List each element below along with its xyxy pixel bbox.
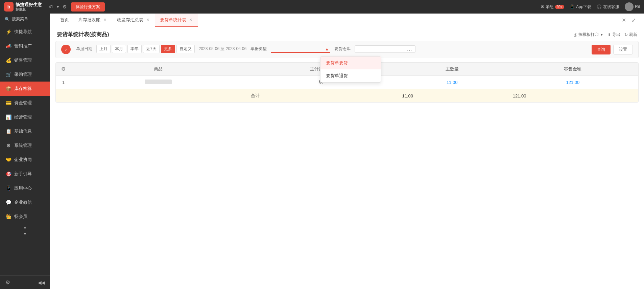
tab-home[interactable]: 首页	[55, 14, 74, 27]
settings-btn[interactable]: 设置	[613, 45, 633, 54]
sidebar-label-purchase: 采购管理	[14, 71, 32, 77]
tab-count-arrow[interactable]: ▼	[56, 4, 60, 9]
date-btn-7days[interactable]: 近7天	[143, 45, 160, 53]
date-btn-this-month[interactable]: 本月	[112, 45, 126, 53]
refresh-btn[interactable]: ↻ 刷新	[624, 32, 637, 38]
sidebar-icon-operations: 📊	[5, 114, 11, 120]
sidebar-item-finance[interactable]: 💳 资金管理	[0, 96, 50, 110]
print-icon: 🖨	[573, 32, 577, 37]
tab-requisition_stat[interactable]: 要货单统计表✕	[155, 14, 198, 27]
row-num: 1	[56, 76, 71, 89]
quantity-link[interactable]: 11.00	[447, 80, 458, 85]
tab-label-receive_summary: 收发存汇总表	[117, 17, 143, 23]
type-label: 单据类型	[251, 46, 267, 52]
query-btn[interactable]: 查询	[592, 45, 611, 54]
page-title: 要货单统计表(按商品)	[57, 31, 109, 38]
tab-close-all-icon[interactable]: ✕	[619, 16, 629, 25]
col-product-header: 商品	[71, 63, 245, 76]
filter-expand-btn[interactable]: ›	[61, 45, 71, 54]
date-btn-last-month[interactable]: 上月	[96, 45, 111, 53]
amount-link[interactable]: 121.00	[566, 80, 579, 85]
col-settings-icon[interactable]: ⚙	[61, 66, 66, 72]
print-btn[interactable]: 🖨 按模板打印 ▼	[573, 32, 603, 38]
message-icon: ✉	[541, 4, 544, 9]
export-icon: ⬆	[607, 32, 611, 37]
sidebar-item-member[interactable]: 👑 畅会员	[0, 209, 50, 224]
sidebar-label-basic: 基础信息	[14, 128, 32, 134]
tab-inventory_batch[interactable]: 库存批次账✕	[74, 14, 112, 27]
sidebar-icon-basic: 📋	[5, 128, 11, 134]
top-bar: b 畅捷通好生意 标准版 41 ▼ ⚙ 体验行业方案 ✉ 消息 99+ 📱 Ap…	[0, 0, 644, 14]
sidebar-item-enterprise[interactable]: 🤝 企业协同	[0, 153, 50, 167]
sidebar-item-guide[interactable]: 🎯 新手引导	[0, 167, 50, 181]
sidebar-icon-purchase: 🛒	[5, 71, 11, 77]
sidebar-label-wechat: 企业微信	[14, 199, 32, 205]
type-input[interactable]	[271, 45, 330, 53]
sidebar-label-sales: 销售管理	[14, 57, 32, 63]
user-name: Rit	[635, 4, 640, 9]
industry-btn[interactable]: 体验行业方案	[71, 2, 105, 12]
sidebar-item-wechat[interactable]: 💬 企业微信	[0, 195, 50, 209]
sidebar-item-marketing[interactable]: 📣 营销推广	[0, 39, 50, 53]
filter-row: 单据日期 上月 本月 本年 近7天 更多 自定义 2023-05-06 至 20…	[76, 45, 583, 53]
row-product	[71, 76, 245, 89]
sidebar-icon-system: ⚙	[5, 142, 11, 149]
tab-expand-icon[interactable]: ⤢	[629, 16, 639, 25]
tab-close-receive_summary[interactable]: ✕	[145, 17, 150, 22]
sidebar-item-operations[interactable]: 📊 经营管理	[0, 110, 50, 124]
sidebar-item-inventory[interactable]: 📦 库存核算	[0, 82, 50, 96]
message-label: 消息	[546, 4, 554, 10]
sidebar-bottom: ⚙ ◀◀	[0, 275, 50, 289]
filter-bar: › 单据日期 上月 本月 本年 近7天 更多 自定义 2023-05-06 至 …	[55, 41, 639, 58]
sidebar-scroll-down[interactable]: ▼	[0, 230, 50, 237]
warehouse-ellipsis-btn[interactable]: …	[405, 45, 414, 53]
date-btn-this-year[interactable]: 本年	[127, 45, 142, 53]
sidebar-item-system[interactable]: ⚙ 系统管理	[0, 138, 50, 153]
filter-actions: 查询 设置	[592, 45, 633, 54]
sidebar-search[interactable]: 🔍 搜索菜单	[0, 14, 50, 25]
dropdown-item-return[interactable]: 要货单退货	[320, 69, 381, 82]
tab-receive_summary[interactable]: 收发存汇总表✕	[112, 14, 155, 27]
sidebar-icon-finance: 💳	[5, 100, 11, 106]
row-quantity: 11.00	[397, 76, 507, 89]
top-bar-right: ✉ 消息 99+ 📱 App下载 🎧 在线客服 Rit	[541, 2, 640, 11]
sidebar-item-sales[interactable]: 💰 销售管理	[0, 53, 50, 67]
service-label: 在线客服	[603, 4, 619, 10]
user-btn[interactable]: Rit	[625, 2, 640, 11]
sidebar-item-apps[interactable]: 📱 应用中心	[0, 181, 50, 195]
sidebar-icon-enterprise: 🤝	[5, 157, 11, 163]
date-btn-custom[interactable]: 自定义	[176, 45, 195, 53]
scroll-up-icon: ▲	[23, 225, 27, 229]
export-btn[interactable]: ⬆ 导出	[607, 32, 620, 38]
sidebar-scroll-up[interactable]: ▲	[0, 224, 50, 230]
page-header: 要货单统计表(按商品) 🖨 按模板打印 ▼ ⬆ 导出 ↻ 刷新	[50, 27, 644, 41]
main-layout: 🔍 搜索菜单 ⚡ 快捷导航 📣 营销推广 💰 销售管理 🛒 采购管理 📦 库存核…	[0, 14, 644, 289]
product-name-bar	[145, 80, 172, 84]
tab-close-inventory_batch[interactable]: ✕	[102, 17, 108, 22]
tab-settings-icon[interactable]: ⚙	[63, 4, 67, 9]
date-btn-more[interactable]: 更多	[161, 45, 175, 53]
summary-row: 合计 11.00 121.00	[56, 89, 638, 102]
sidebar-label-inventory: 库存核算	[14, 86, 32, 92]
date-btns: 上月 本月 本年 近7天 更多 自定义	[96, 45, 195, 53]
sidebar-label-enterprise: 企业协同	[14, 157, 32, 163]
sidebar-item-basic[interactable]: 📋 基础信息	[0, 124, 50, 138]
summary-label	[56, 89, 245, 102]
tab-count-area: 41 ▼ ⚙	[49, 4, 67, 9]
sidebar: 🔍 搜索菜单 ⚡ 快捷导航 📣 营销推广 💰 销售管理 🛒 采购管理 📦 库存核…	[0, 14, 50, 289]
settings-gear-icon[interactable]: ⚙	[5, 279, 10, 286]
message-btn[interactable]: ✉ 消息 99+	[541, 4, 564, 10]
sidebar-item-quicknav[interactable]: ⚡ 快捷导航	[0, 25, 50, 39]
sidebar-label-quicknav: 快捷导航	[14, 29, 32, 35]
service-btn[interactable]: 🎧 在线客服	[597, 4, 619, 10]
content-area: 首页库存批次账✕收发存汇总表✕要货单统计表✕ ✕ ⤢ 要货单统计表(按商品) 🖨…	[50, 14, 644, 289]
tab-items: 首页库存批次账✕收发存汇总表✕要货单统计表✕	[55, 14, 198, 27]
app-download-btn[interactable]: 📱 App下载	[570, 4, 591, 10]
sidebar-item-purchase[interactable]: 🛒 采购管理	[0, 67, 50, 82]
col-amount-header: 零售金额	[507, 63, 638, 76]
dropdown-item-requisition[interactable]: 要货单要货	[320, 57, 381, 69]
summary-amount: 121.00	[507, 89, 638, 102]
tab-close-requisition_stat[interactable]: ✕	[188, 17, 193, 22]
sidebar-collapse-btn[interactable]: ◀◀	[39, 280, 45, 286]
col-quantity-header: 主数量	[397, 63, 507, 76]
